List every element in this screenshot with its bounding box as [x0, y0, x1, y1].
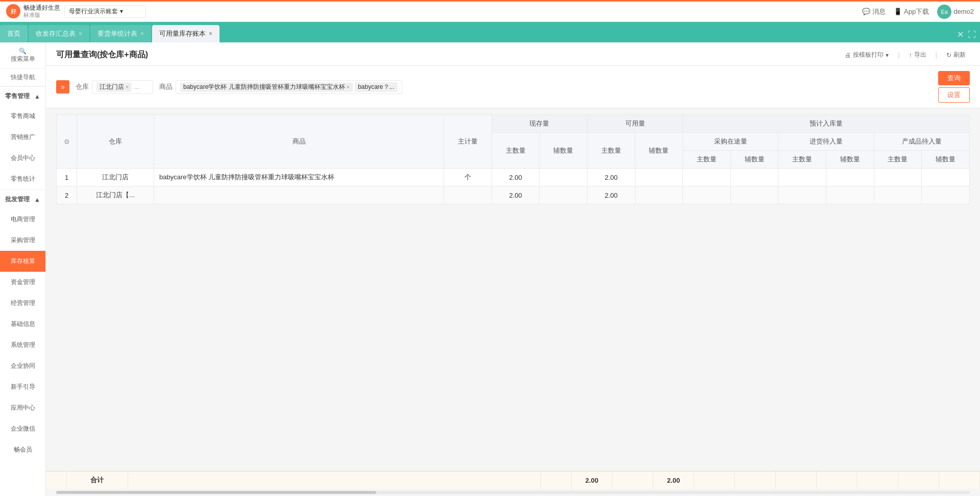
- sidebar-item-retail-mall[interactable]: 零售商城: [0, 106, 45, 127]
- refresh-btn[interactable]: ↻ 刷新: [942, 49, 970, 61]
- col-warehouse: 仓库: [77, 115, 154, 169]
- sidebar-item-wholesale-mgmt[interactable]: 批发管理 ▲: [0, 190, 45, 209]
- scrollbar-thumb[interactable]: [56, 491, 376, 494]
- sidebar-purchase-label: 采购管理: [11, 236, 35, 245]
- col-pur-transit-main: 主数量: [683, 151, 731, 169]
- product-input[interactable]: babycare学饮杯 儿童防摔防撞吸管杯重力球吸嘴杯宝宝水杯 × babyca…: [176, 80, 402, 94]
- main-layout: 🔍 搜索菜单 快捷导航 零售管理 ▲ 零售商城 营销推广 会员中心 零售统计 批…: [0, 42, 980, 496]
- table-row: 2 江北门店【... 2.00 2.00: [57, 186, 970, 204]
- sidebar-item-purchase[interactable]: 采购管理: [0, 230, 45, 251]
- product-tag-1-close[interactable]: ×: [347, 84, 350, 90]
- logo-texts: 畅捷通好生意 标准版: [23, 4, 60, 19]
- warehouse-tag-close[interactable]: ×: [126, 84, 129, 90]
- bottom-total: 合计 2.00 2.00: [46, 471, 980, 496]
- tab-available-stock-close[interactable]: ×: [209, 30, 212, 37]
- col-stock-aux: 辅数量: [540, 133, 587, 169]
- logo-text: 畅捷通好生意: [23, 4, 60, 11]
- warehouse-filter: 仓库 江北门店 × ...: [76, 80, 153, 94]
- cell-pur-pending-main: [778, 169, 826, 186]
- app-download-btn[interactable]: 📱 App下载: [894, 7, 929, 16]
- sidebar-item-enterprise-wechat[interactable]: 企业微信: [0, 418, 45, 439]
- col-stock-main: 主数量: [492, 133, 540, 169]
- close-all-icon[interactable]: ✕: [957, 30, 964, 39]
- sidebar-marketing-label: 营销推广: [11, 133, 35, 141]
- cell-product: [154, 186, 444, 204]
- nav-tabs-right: ✕ ⛶: [957, 30, 980, 42]
- tab-receipts[interactable]: 收发存汇总表 ×: [29, 25, 89, 42]
- total-label: 合计: [66, 471, 128, 489]
- sidebar-item-operations[interactable]: 经营管理: [0, 293, 45, 314]
- org-selector[interactable]: 母婴行业演示账套 ▾: [64, 5, 146, 18]
- sidebar-quick-nav[interactable]: 快捷导航: [0, 69, 45, 86]
- sidebar-item-member-center[interactable]: 会员中心: [0, 148, 45, 169]
- sidebar-item-inventory[interactable]: 库存核算: [0, 251, 45, 272]
- print-label: 按模板打印: [853, 51, 884, 59]
- logo-sub: 标准版: [23, 11, 60, 19]
- total-pur-transit-main: [735, 471, 776, 489]
- scrollbar-area: [46, 489, 980, 496]
- cell-stock-aux: [540, 169, 587, 186]
- sidebar-item-enterprise-collab[interactable]: 企业协同: [0, 356, 45, 376]
- maximize-icon[interactable]: ⛶: [968, 30, 976, 39]
- table-row: 1 江北门店 babycare学饮杯 儿童防摔防撞吸管杯重力球吸嘴杯宝宝水杯 个…: [57, 169, 970, 186]
- cell-avail-main: 2.00: [587, 186, 635, 204]
- sidebar-item-new-guide[interactable]: 新手引导: [0, 376, 45, 397]
- sidebar-item-retail-mgmt[interactable]: 零售管理 ▲: [0, 87, 45, 106]
- cell-pur-pending-aux: [826, 169, 874, 186]
- query-button[interactable]: 查询: [938, 71, 970, 85]
- cell-avail-main: 2.00: [587, 169, 635, 186]
- cell-fin-pending-aux: [922, 169, 970, 186]
- warehouse-input[interactable]: 江北门店 × ...: [92, 80, 153, 94]
- tab-available-stock[interactable]: 可用量库存账本 ×: [152, 25, 219, 42]
- phone-icon: 📱: [894, 8, 902, 15]
- tab-order-stats[interactable]: 要货单统计表 ×: [90, 25, 151, 42]
- sidebar-item-ecommerce[interactable]: 电商管理: [0, 209, 45, 230]
- col-pur-transit-aux: 辅数量: [730, 151, 778, 169]
- sidebar-member-center-label: 会员中心: [11, 154, 35, 162]
- filter-toggle-btn[interactable]: »: [56, 80, 69, 93]
- cell-stock-main: 2.00: [492, 186, 540, 204]
- col-product: 商品: [154, 115, 444, 169]
- cell-pur-pending-main: [778, 186, 826, 204]
- message-icon: 💬: [862, 8, 870, 15]
- user-name: demo2: [953, 8, 974, 15]
- sidebar-search[interactable]: 🔍 搜索菜单: [0, 42, 45, 69]
- total-empty-3: [541, 471, 572, 489]
- total-avail-aux: [694, 471, 735, 489]
- sidebar-item-basic-info[interactable]: 基础信息: [0, 314, 45, 335]
- page-header: 可用量查询(按仓库+商品) 🖨 按模板打印 ▾ | ↑ 导出 | ↻ 刷新: [46, 42, 980, 66]
- col-purchase-transit-header: 采购在途量: [683, 133, 778, 151]
- tab-available-stock-label: 可用量库存账本: [159, 29, 206, 38]
- sidebar-item-member-plus[interactable]: 畅会员: [0, 439, 45, 460]
- tab-order-stats-label: 要货单统计表: [97, 29, 137, 38]
- search-icon: 🔍: [19, 48, 27, 55]
- product-filter: 商品 babycare学饮杯 儿童防摔防撞吸管杯重力球吸嘴杯宝宝水杯 × bab…: [159, 80, 402, 94]
- sidebar-item-marketing[interactable]: 营销推广: [0, 127, 45, 148]
- setting-button[interactable]: 设置: [938, 87, 970, 103]
- sidebar-item-finance[interactable]: 资金管理: [0, 272, 45, 293]
- product-tag-2: babycare？...: [355, 82, 397, 92]
- refresh-icon: ↻: [946, 52, 951, 59]
- user-area[interactable]: Ea demo2: [937, 5, 974, 19]
- table-config-icon[interactable]: ⚙: [64, 138, 70, 146]
- sidebar-item-app-center[interactable]: 应用中心: [0, 397, 45, 418]
- sidebar-item-system[interactable]: 系统管理: [0, 335, 45, 356]
- col-seq: ⚙: [57, 115, 77, 169]
- filter-action-buttons: 查询 设置: [938, 71, 970, 103]
- col-fin-pending-main: 主数量: [874, 151, 922, 169]
- warehouse-more[interactable]: ...: [134, 83, 139, 90]
- sidebar-item-retail-stats[interactable]: 零售统计: [0, 169, 45, 190]
- scrollbar-track[interactable]: [56, 491, 970, 494]
- sidebar-enterprise-wechat-label: 企业微信: [11, 424, 35, 433]
- tab-receipts-close[interactable]: ×: [79, 30, 82, 37]
- message-btn[interactable]: 💬 消息: [862, 7, 886, 16]
- col-planned-inbound-header: 预计入库量: [683, 115, 970, 133]
- export-btn[interactable]: ↑ 导出: [905, 49, 930, 61]
- cell-stock-main: 2.00: [492, 169, 540, 186]
- cell-product: babycare学饮杯 儿童防摔防撞吸管杯重力球吸嘴杯宝宝水杯: [154, 169, 444, 186]
- tab-order-stats-close[interactable]: ×: [140, 30, 144, 37]
- download-label: App下载: [904, 7, 929, 16]
- print-btn[interactable]: 🖨 按模板打印 ▾: [841, 49, 893, 61]
- tab-home[interactable]: 首页: [0, 25, 28, 42]
- export-label: 导出: [914, 51, 926, 59]
